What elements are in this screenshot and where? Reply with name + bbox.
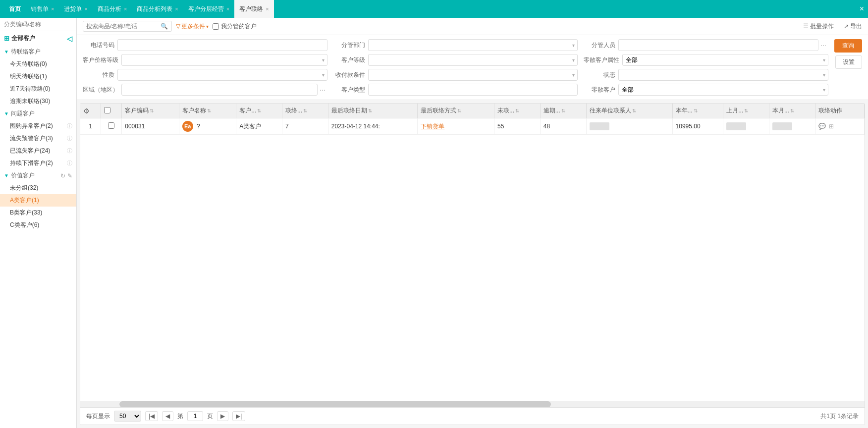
sort-icon[interactable]: ⇅	[303, 108, 307, 113]
my-customers-checkbox[interactable]: 我分管的客户	[213, 22, 257, 31]
col-overdue: 逾期...⇅	[540, 104, 586, 118]
chat-icon[interactable]: 💬	[818, 123, 826, 130]
per-page-select[interactable]: 50 20 100	[114, 411, 141, 422]
my-customers-check[interactable]	[213, 23, 219, 30]
settings-button[interactable]: 设置	[835, 55, 862, 69]
col-last-date: 最后联络日期⇅	[328, 104, 418, 118]
main-search-input[interactable]	[86, 23, 161, 30]
retail-attr-select[interactable]: 全部	[622, 54, 828, 66]
nav-tab-sales[interactable]: 销售单 ×	[26, 0, 59, 18]
row-last-method[interactable]: 下销货单	[418, 118, 494, 135]
status-select[interactable]	[618, 69, 828, 81]
filter-row-1: 电话号码 分管部门 ▾ 分管人员	[83, 39, 828, 51]
col-this-month: 本月...⇅	[769, 104, 815, 118]
phone-input[interactable]	[117, 39, 327, 51]
sort-icon[interactable]: ⇅	[150, 108, 154, 113]
manager-input[interactable]	[618, 39, 818, 51]
status-label: 状态	[584, 71, 618, 79]
sort-icon[interactable]: ⇅	[694, 108, 698, 113]
window-close-button[interactable]: ×	[860, 4, 864, 13]
nature-label: 性质	[83, 71, 117, 79]
close-icon[interactable]: ×	[266, 6, 269, 12]
nav-home[interactable]: 首页	[4, 0, 26, 18]
nav-tab-analysis[interactable]: 商品分析 ×	[93, 0, 132, 18]
sort-icon[interactable]: ⇅	[561, 108, 565, 113]
sidebar-item-lost-warning[interactable]: 流失预警客户(3) ⓘ	[0, 132, 76, 145]
sidebar-item-c-class[interactable]: C类客户(6)	[0, 219, 76, 231]
retail-customer-select[interactable]: 全部	[618, 84, 828, 96]
row-checkbox-cell	[101, 118, 121, 135]
region-input[interactable]	[121, 84, 318, 96]
sort-icon[interactable]: ⇅	[257, 108, 261, 113]
sidebar-item-a-class[interactable]: A类客户(1)	[0, 194, 76, 207]
nature-select[interactable]	[117, 69, 327, 81]
customer-level-select[interactable]	[368, 54, 578, 66]
select-all-checkbox[interactable]	[104, 107, 110, 113]
sort-icon[interactable]: ⇅	[790, 108, 794, 113]
col-gear[interactable]: ⚙	[80, 104, 101, 118]
payment-select[interactable]	[368, 69, 578, 81]
page-label-2: 页	[207, 412, 213, 421]
nav-tab-purchase[interactable]: 进货单 ×	[59, 0, 92, 18]
last-page-btn[interactable]: ▶|	[232, 411, 245, 421]
sidebar-item-lost[interactable]: 已流失客户(24) ⓘ	[0, 145, 76, 157]
close-icon[interactable]: ×	[84, 6, 87, 12]
export-button[interactable]: ↗ 导出	[844, 22, 862, 31]
sidebar-item-overdue[interactable]: 逾期未联络(30)	[0, 95, 76, 107]
scrollbar-thumb[interactable]	[119, 401, 551, 407]
qrcode-icon[interactable]: ⊞	[829, 123, 834, 130]
retail-attr-label: 零散客户属性	[584, 56, 622, 64]
nav-tab-analysis-list[interactable]: 商品分析列表 ×	[132, 0, 183, 18]
sort-icon[interactable]: ⇅	[457, 108, 461, 113]
nav-tab-customer-contact[interactable]: 客户联络 ×	[234, 0, 273, 18]
sidebar-item-ungrouped[interactable]: 未分组(32)	[0, 182, 76, 194]
horizontal-scrollbar[interactable]	[80, 401, 865, 407]
more-conditions-btn[interactable]: ▽ 更多条件 ▾	[176, 22, 209, 31]
next-page-btn[interactable]: ▶	[217, 411, 228, 421]
sort-icon[interactable]: ⇅	[744, 108, 748, 113]
sidebar-item-7days[interactable]: 近7天待联络(0)	[0, 83, 76, 95]
sidebar-item-abnormal[interactable]: 囤购异常客户(2) ⓘ	[0, 120, 76, 132]
customer-type-input[interactable]	[368, 84, 578, 96]
sidebar-section-pending[interactable]: ▼ 待联络客户	[0, 46, 76, 58]
col-contact: 联络...⇅	[282, 104, 328, 118]
sidebar-all-customers[interactable]: ⊞ 全部客户 ◁	[0, 31, 76, 46]
sort-icon[interactable]: ⇅	[515, 108, 519, 113]
sidebar-collapse-icon[interactable]: ◁	[67, 35, 72, 43]
filter-icon: ▽	[176, 23, 180, 30]
row-code: 000031	[122, 118, 179, 135]
dots-icon[interactable]: ···	[818, 41, 828, 49]
close-icon[interactable]: ×	[175, 6, 178, 12]
dots-icon[interactable]: ···	[318, 86, 327, 94]
sidebar-item-tomorrow[interactable]: 明天待联络(1)	[0, 70, 76, 83]
sidebar-item-today[interactable]: 今天待联络(0)	[0, 58, 76, 70]
sort-icon[interactable]: ⇅	[207, 108, 211, 113]
info-icon: ⓘ	[67, 160, 72, 167]
close-icon[interactable]: ×	[226, 6, 229, 12]
sidebar-search-input[interactable]	[4, 21, 77, 28]
edit-icon[interactable]: ✎	[67, 172, 72, 179]
close-icon[interactable]: ×	[51, 6, 54, 12]
dept-select[interactable]	[368, 39, 578, 51]
filter-bar: 🔍 ▽ 更多条件 ▾ 我分管的客户 ☰ 批量操作 ↗ 导出	[77, 18, 868, 35]
sidebar-section-value[interactable]: ▼ 价值客户 ↻ ✎	[0, 169, 76, 182]
sidebar-item-declining[interactable]: 持续下滑客户(2) ⓘ	[0, 157, 76, 169]
sort-icon[interactable]: ⇅	[632, 108, 636, 113]
refresh-icon[interactable]: ↻	[60, 172, 65, 179]
info-icon: ⓘ	[67, 147, 72, 155]
customer-table: ⚙ 客户编码⇅ 客户名称⇅ 客户...⇅ 联络...⇅ 最后联络日期⇅ 最后联络…	[80, 104, 865, 135]
first-page-btn[interactable]: |◀	[145, 411, 158, 421]
page-input[interactable]	[187, 411, 203, 421]
triangle-icon: ▼	[4, 173, 9, 178]
batch-op-button[interactable]: ☰ 批量操作	[803, 22, 834, 31]
query-button[interactable]: 查询	[834, 39, 862, 53]
price-level-select[interactable]	[121, 54, 327, 66]
row-checkbox[interactable]	[108, 122, 114, 129]
search-icon[interactable]: 🔍	[161, 23, 168, 30]
nav-tab-customer-segment[interactable]: 客户分层经营 ×	[183, 0, 234, 18]
prev-page-btn[interactable]: ◀	[162, 411, 173, 421]
sidebar-section-problem[interactable]: ▼ 问题客户	[0, 107, 76, 120]
sort-icon[interactable]: ⇅	[368, 108, 372, 113]
sidebar-item-b-class[interactable]: B类客户(33)	[0, 207, 76, 219]
close-icon[interactable]: ×	[124, 6, 127, 12]
